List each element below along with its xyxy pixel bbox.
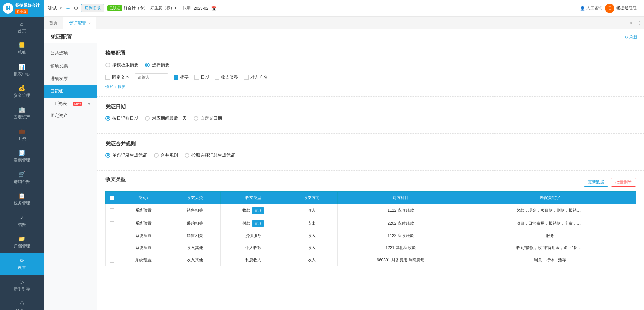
row4-checkbox[interactable]: [110, 246, 114, 250]
journal-date-radio[interactable]: 按日记账日期: [105, 115, 138, 121]
topbar-gear-icon[interactable]: ⚙: [74, 5, 78, 11]
single-radio[interactable]: 单条记录生成凭证: [105, 152, 147, 158]
th-category: 类别↓: [118, 192, 169, 204]
summary-checkbox[interactable]: ✓ 摘要: [174, 74, 189, 80]
tab-home[interactable]: 首页: [44, 17, 63, 29]
sidebar-item-home[interactable]: ⌂ 首页: [0, 17, 44, 38]
user-menu[interactable]: 旺 畅捷通旺旺...: [605, 4, 640, 13]
sidebar-item-tax[interactable]: 📋 税务管理: [0, 189, 44, 210]
funds-icon: 💰: [18, 85, 25, 91]
sidebar-item-assets[interactable]: 🏢 固定资产: [0, 103, 44, 124]
td-major-1: 销售相关: [169, 204, 221, 217]
left-nav-payroll[interactable]: 工资表 NEW ▾: [44, 98, 97, 109]
summary-config-title: 摘要配置: [105, 50, 636, 56]
topbar-switch-btn[interactable]: 切到旧版: [81, 4, 104, 12]
sidebar-item-funds[interactable]: 💰 资金管理: [0, 81, 44, 103]
tab-close-all-icon[interactable]: ×: [630, 20, 633, 26]
counterpart-checkbox-label: 对方户名: [250, 74, 268, 80]
sidebar-item-settle[interactable]: ✓ 结账: [0, 210, 44, 232]
service-btn[interactable]: 👤 人工咨询: [580, 5, 602, 11]
summary-checkbox-row: 固定文本 ✓ 摘要 日期: [105, 73, 636, 81]
tab-fullscreen-icon[interactable]: ⛶: [635, 20, 640, 26]
sidebar-item-member[interactable]: ♾ 畅会员: [0, 296, 44, 310]
logo-sub: 专业版: [15, 9, 28, 14]
period-last-radio[interactable]: 对应期间最后一天: [145, 115, 187, 121]
sidebar-item-archive[interactable]: 📁 归档管理: [0, 232, 44, 253]
sidebar-item-invoice[interactable]: 🧾 发票管理: [0, 146, 44, 167]
td-category-5: 系统预置: [118, 254, 169, 266]
left-nav-fixed-assets[interactable]: 固定资产: [44, 109, 97, 122]
td-keywords-5: 利息，行转，活存: [464, 254, 636, 266]
page-header: 凭证配置 ↻ 刷新: [44, 29, 644, 43]
batch-delete-btn[interactable]: 批量删除: [611, 178, 636, 187]
merge-rule-radio-circle: [154, 153, 159, 158]
left-nav-journal[interactable]: 日记账: [44, 85, 97, 98]
select-all-checkbox[interactable]: [110, 196, 114, 200]
page-title: 凭证配置: [50, 34, 72, 41]
type-checkbox[interactable]: 收支类型: [215, 74, 239, 80]
sidebar-item-purchase[interactable]: 🛒 进销台账: [0, 167, 44, 189]
left-nav-public-label: 公共选项: [50, 50, 68, 56]
td-type-3: 提供服务: [221, 230, 286, 242]
refresh-btn[interactable]: ↻ 刷新: [625, 34, 637, 40]
sidebar-item-guide[interactable]: ▷ 新手引导: [0, 275, 44, 296]
counterpart-checkbox[interactable]: 对方户名: [244, 74, 268, 80]
sidebar-label-salary: 工资: [18, 136, 26, 142]
tab-close-icon[interactable]: ×: [88, 21, 91, 26]
left-nav-sales-invoice[interactable]: 销项发票: [44, 60, 97, 72]
update-data-btn[interactable]: 更新数据: [584, 178, 608, 187]
left-nav-public[interactable]: 公共选项: [44, 47, 97, 60]
sidebar-item-ledger[interactable]: 📒 总账: [0, 38, 44, 60]
row2-checkbox[interactable]: [110, 221, 114, 226]
row5-checkbox[interactable]: [110, 258, 114, 263]
td-type-2: 付款 置顶: [221, 217, 286, 230]
tab-voucher-config[interactable]: 凭证配置 ×: [63, 17, 96, 29]
reset-btn-1[interactable]: 置顶: [252, 207, 264, 214]
topbar-period-label: 账期: [183, 5, 191, 11]
left-nav-purchase-invoice-label: 进项发票: [50, 76, 68, 82]
calendar-icon[interactable]: 📅: [211, 6, 217, 11]
ledger-icon: 📒: [18, 42, 25, 48]
summary-template-radio[interactable]: 按模板版摘要: [105, 62, 138, 68]
td-account-2: 2202 应付账款: [337, 217, 464, 230]
select-total-label: 按照选择汇总生成凭证: [191, 152, 235, 158]
home-icon: ⌂: [20, 21, 24, 27]
reset-btn-2[interactable]: 置顶: [252, 220, 264, 227]
td-major-3: 销售相关: [169, 230, 221, 242]
left-nav-fixed-assets-label: 固定资产: [50, 113, 68, 119]
topbar-arrow-icon[interactable]: ▾: [60, 6, 62, 11]
topbar-add-icon[interactable]: ＋: [65, 4, 71, 12]
tab-bar-actions: × ⛶: [630, 20, 644, 26]
left-nav-purchase-invoice[interactable]: 进项发票: [44, 72, 97, 85]
td-major-5: 收入其他: [169, 254, 221, 266]
row1-checkbox[interactable]: [110, 208, 114, 213]
topbar-period-value: 2023-02: [194, 6, 208, 11]
fixed-text-label: 固定文本: [112, 74, 129, 80]
td-account-5: 660301 财务费用 利息费用: [337, 254, 464, 266]
keywords-5: 利息，行转，活存: [534, 257, 566, 263]
settings-icon: ⚙: [19, 257, 24, 264]
sidebar-label-settle: 结账: [18, 222, 26, 228]
period-last-label: 对应期间最后一天: [152, 115, 187, 121]
voucher-date-title: 凭证日期: [105, 104, 636, 110]
td-major-4: 收入其他: [169, 242, 221, 254]
custom-date-radio[interactable]: 自定义日期: [194, 115, 222, 121]
sidebar-item-reports[interactable]: 📊 报表中心: [0, 60, 44, 81]
summary-radio-group: 按模板版摘要 选择摘要: [105, 62, 636, 68]
sidebar-item-settings[interactable]: ⚙ 设置: [0, 253, 44, 275]
single-radio-circle: [105, 153, 110, 158]
summary-select-radio[interactable]: 选择摘要: [145, 62, 169, 68]
td-checkbox-4: [106, 242, 118, 254]
row3-checkbox[interactable]: [110, 234, 114, 238]
table-action-btns: 更新数据 批量删除: [584, 178, 636, 187]
merge-rule-radio[interactable]: 合并规则: [154, 152, 178, 158]
salary-icon: 💼: [18, 128, 25, 134]
date-checkbox[interactable]: 日期: [194, 74, 209, 80]
fixed-text-input[interactable]: [135, 73, 168, 81]
th-direction: 收支方向: [286, 192, 337, 204]
select-total-radio[interactable]: 按照选择汇总生成凭证: [185, 152, 235, 158]
table-header-row: 收支类型 更新数据 批量删除: [105, 176, 636, 188]
fixed-text-checkbox[interactable]: 固定文本: [105, 74, 129, 80]
sidebar-item-salary[interactable]: 💼 工资: [0, 124, 44, 146]
td-account-4: 1221 其他应收款: [337, 242, 464, 254]
